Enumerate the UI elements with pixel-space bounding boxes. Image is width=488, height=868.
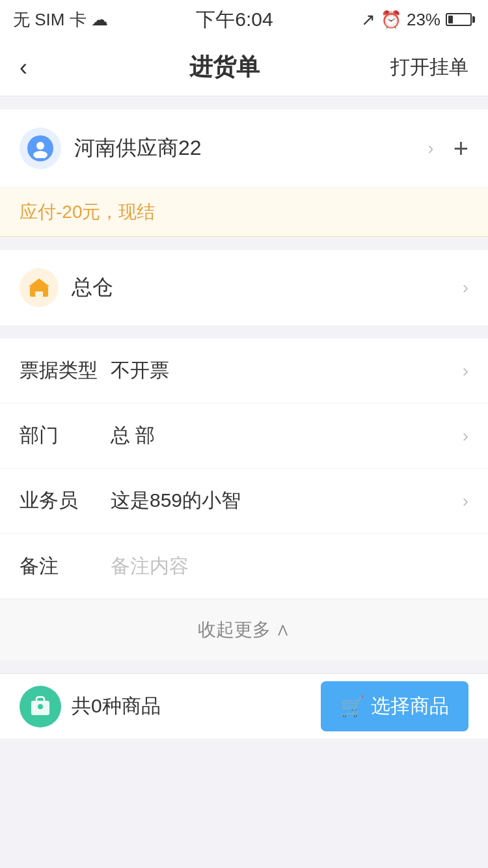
product-icon-wrap (20, 686, 61, 727)
salesperson-label: 业务员 (20, 487, 104, 514)
nav-bar: ‹ 进货单 打开挂单 (0, 39, 488, 96)
select-product-icon: 🛒 (340, 695, 364, 718)
invoice-type-chevron-icon: › (463, 360, 468, 381)
status-bar: 无 SIM 卡 ☁ 下午6:04 ↗ ⏰ 23% (0, 0, 488, 39)
salesperson-chevron-icon: › (463, 491, 468, 511)
back-button[interactable]: ‹ (20, 54, 59, 81)
battery-label: 23% (407, 10, 441, 30)
remark-row[interactable]: 备注 备注内容 (0, 534, 488, 599)
warehouse-chevron-icon: › (463, 277, 468, 298)
section-gap-4 (0, 660, 488, 673)
svg-point-1 (33, 151, 47, 158)
salesperson-value: 这是859的小智 (104, 487, 463, 514)
battery-icon (446, 13, 475, 26)
notice-banner: 应付-20元，现结 (0, 188, 488, 237)
invoice-type-row[interactable]: 票据类型 不开票 › (0, 338, 488, 403)
collapse-button[interactable]: 收起更多 ∧ (0, 599, 488, 660)
alarm-icon: ⏰ (381, 10, 401, 30)
department-value: 总 部 (104, 422, 463, 449)
department-chevron-icon: › (463, 426, 468, 446)
page-background (0, 739, 488, 868)
select-product-button[interactable]: 🛒 选择商品 (321, 681, 468, 731)
supplier-chevron-icon: › (427, 138, 433, 159)
supplier-name: 河南供应商22 (74, 134, 427, 163)
supplier-row[interactable]: 河南供应商22 › + (0, 109, 488, 188)
svg-point-0 (36, 142, 44, 150)
invoice-type-label: 票据类型 (20, 357, 104, 384)
department-label: 部门 (20, 422, 104, 449)
add-supplier-button[interactable]: + (454, 134, 468, 163)
section-gap-3 (0, 325, 488, 338)
warehouse-icon-wrap (20, 268, 59, 307)
product-count: 共0种商品 (72, 693, 321, 720)
salesperson-row[interactable]: 业务员 这是859的小智 › (0, 468, 488, 534)
page-title: 进货单 (189, 51, 260, 83)
department-row[interactable]: 部门 总 部 › (0, 403, 488, 468)
avatar-icon (27, 135, 53, 161)
form-section: 票据类型 不开票 › 部门 总 部 › 业务员 这是859的小智 › 备注 备注… (0, 338, 488, 599)
open-pending-button[interactable]: 打开挂单 (390, 54, 468, 81)
invoice-type-value: 不开票 (104, 357, 463, 384)
status-right: ↗ ⏰ 23% (361, 10, 475, 30)
warehouse-row[interactable]: 总仓 › (0, 250, 488, 325)
bottom-bar: 共0种商品 🛒 选择商品 (0, 673, 488, 739)
svg-rect-4 (35, 292, 43, 297)
svg-marker-3 (29, 278, 49, 286)
warehouse-label: 总仓 (72, 273, 463, 302)
sim-label: 无 SIM 卡 ☁ (13, 8, 108, 31)
avatar (20, 128, 61, 169)
remark-label: 备注 (20, 553, 104, 580)
status-time: 下午6:04 (196, 7, 273, 33)
section-gap-2 (0, 237, 488, 250)
section-gap-1 (0, 96, 488, 109)
location-icon: ↗ (361, 10, 375, 30)
supplier-card: 河南供应商22 › + 应付-20元，现结 (0, 109, 488, 237)
status-left: 无 SIM 卡 ☁ (13, 8, 108, 31)
remark-value[interactable]: 备注内容 (104, 553, 468, 580)
select-product-label: 选择商品 (371, 693, 449, 720)
svg-point-6 (38, 704, 43, 709)
